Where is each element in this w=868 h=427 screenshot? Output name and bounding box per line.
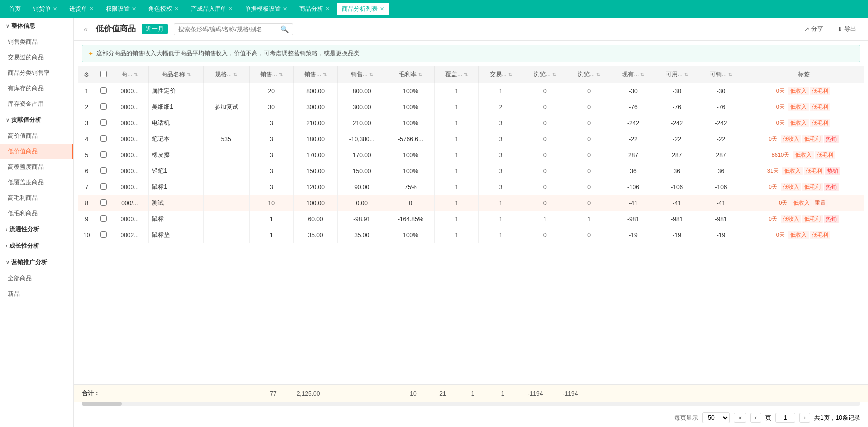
nav-sales[interactable]: 销货单 ✕ xyxy=(28,3,62,15)
page-input[interactable] xyxy=(775,413,795,423)
views1-value[interactable]: 0 xyxy=(543,88,547,95)
nav-products[interactable]: 产成品入库单 ✕ xyxy=(186,3,238,15)
sales-price-col-header[interactable]: 销售...⇅ xyxy=(293,66,337,83)
search-input[interactable] xyxy=(178,26,278,33)
row-checkbox[interactable] xyxy=(96,179,111,195)
close-icon[interactable]: ✕ xyxy=(53,6,57,12)
nav-templates[interactable]: 单据模板设置 ✕ xyxy=(240,3,292,15)
transactions-col-header[interactable]: 交易...⇅ xyxy=(479,66,523,83)
sidebar-item-stock-products[interactable]: 有库存的商品 xyxy=(0,81,73,96)
select-all-checkbox[interactable] xyxy=(100,71,107,77)
views1-value[interactable]: 0 xyxy=(543,104,547,111)
row-checkbox[interactable] xyxy=(96,99,111,115)
sidebar-group-growth[interactable]: › 成长性分析 xyxy=(0,238,73,254)
sidebar-item-low-value[interactable]: 低价值商品 xyxy=(0,144,73,159)
horizontal-scrollbar[interactable] xyxy=(82,402,860,406)
views1-value[interactable]: 0 xyxy=(543,168,547,175)
row-select-checkbox[interactable] xyxy=(100,215,107,222)
close-icon[interactable]: ✕ xyxy=(174,6,179,12)
views1-col-header[interactable]: 浏览...⇅ xyxy=(523,66,567,83)
sidebar-item-all-products[interactable]: 全部商品 xyxy=(0,271,73,286)
sales-qty-col-header[interactable]: 销售...⇅ xyxy=(249,66,293,83)
sales-amount-col-header[interactable]: 销售...⇅ xyxy=(338,66,386,83)
row-checkbox[interactable] xyxy=(96,83,111,99)
nav-roles[interactable]: 角色授权 ✕ xyxy=(143,3,184,15)
sidebar-item-stock-funds[interactable]: 库存资金占用 xyxy=(0,96,73,112)
search-icon[interactable]: 🔍 xyxy=(280,25,289,33)
views1-value[interactable]: 0 xyxy=(543,184,547,191)
views1-value[interactable]: 0 xyxy=(543,136,547,143)
row-checkbox[interactable] xyxy=(96,195,111,211)
close-icon[interactable]: ✕ xyxy=(283,6,287,12)
views1-value[interactable]: 1 xyxy=(543,216,547,223)
share-button[interactable]: ↗ 分享 xyxy=(800,23,827,35)
row-views1[interactable]: 0 xyxy=(523,195,567,211)
row-views1[interactable]: 0 xyxy=(523,163,567,179)
stock-available-col-header[interactable]: 可用...⇅ xyxy=(655,66,699,83)
sidebar-item-low-coverage[interactable]: 低覆盖度商品 xyxy=(0,175,73,190)
sidebar-item-category-sales[interactable]: 商品分类销售率 xyxy=(0,65,73,81)
code-col-header[interactable]: 商...⇅ xyxy=(111,66,149,83)
row-select-checkbox[interactable] xyxy=(100,87,107,94)
coverage-col-header[interactable]: 覆盖...⇅ xyxy=(435,66,479,83)
row-views1[interactable]: 1 xyxy=(523,211,567,227)
name-col-header[interactable]: 商品名称⇅ xyxy=(149,66,204,83)
sidebar-item-high-coverage[interactable]: 高覆盖度商品 xyxy=(0,159,73,175)
prev-page-button[interactable]: ‹ xyxy=(750,413,761,423)
sidebar-item-high-value[interactable]: 高价值商品 xyxy=(0,128,73,144)
row-checkbox[interactable] xyxy=(96,211,111,227)
nav-analysis[interactable]: 商品分析 ✕ xyxy=(294,3,335,15)
sidebar-group-contribution[interactable]: ∨ 贡献值分析 xyxy=(0,112,73,128)
row-views1[interactable]: 0 xyxy=(523,227,567,243)
nav-permissions[interactable]: 权限设置 ✕ xyxy=(101,3,141,15)
row-views1[interactable]: 0 xyxy=(523,131,567,147)
row-select-checkbox[interactable] xyxy=(100,151,107,158)
views1-value[interactable]: 0 xyxy=(543,152,547,159)
spec-col-header[interactable]: 规格...⇅ xyxy=(203,66,249,83)
close-icon[interactable]: ✕ xyxy=(89,6,94,12)
scrollbar-thumb[interactable] xyxy=(82,402,122,406)
date-filter-tag[interactable]: 近一月 xyxy=(142,24,168,34)
views2-col-header[interactable]: 浏览...⇅ xyxy=(567,66,611,83)
sidebar-group-circulation[interactable]: › 流通性分析 xyxy=(0,221,73,238)
settings-icon[interactable]: ⚙ xyxy=(84,71,89,78)
row-select-checkbox[interactable] xyxy=(100,119,107,126)
views1-value[interactable]: 0 xyxy=(543,200,547,207)
row-views1[interactable]: 0 xyxy=(523,83,567,99)
sidebar-item-traded[interactable]: 交易过的商品 xyxy=(0,50,73,65)
first-page-button[interactable]: « xyxy=(734,413,746,423)
per-page-select[interactable]: 50 100 200 xyxy=(702,412,730,423)
row-views1[interactable]: 0 xyxy=(523,99,567,115)
next-page-button[interactable]: › xyxy=(799,413,810,423)
row-select-checkbox[interactable] xyxy=(100,183,107,190)
sidebar-item-high-margin[interactable]: 高毛利商品 xyxy=(0,190,73,206)
row-checkbox[interactable] xyxy=(96,227,111,243)
row-views1[interactable]: 0 xyxy=(523,115,567,131)
stock-sell-col-header[interactable]: 可销...⇅ xyxy=(699,66,743,83)
nav-purchase[interactable]: 进货单 ✕ xyxy=(64,3,99,15)
close-icon[interactable]: ✕ xyxy=(325,6,330,12)
row-checkbox[interactable] xyxy=(96,115,111,131)
row-views1[interactable]: 0 xyxy=(523,179,567,195)
views1-value[interactable]: 0 xyxy=(543,120,547,127)
close-icon[interactable]: ✕ xyxy=(228,6,233,12)
close-icon[interactable]: ✕ xyxy=(132,6,136,12)
nav-home[interactable]: 首页 xyxy=(4,3,26,15)
collapse-button[interactable]: « xyxy=(82,23,90,35)
row-select-checkbox[interactable] xyxy=(100,167,107,174)
sidebar-item-new-products[interactable]: 新品 xyxy=(0,286,73,302)
sidebar-item-sales-products[interactable]: 销售类商品 xyxy=(0,34,73,50)
row-select-checkbox[interactable] xyxy=(100,103,107,110)
sidebar-group-overall[interactable]: ∨ 整体信息 xyxy=(0,18,73,34)
row-checkbox[interactable] xyxy=(96,131,111,147)
nav-analysis-list[interactable]: 商品分析列表 ✕ xyxy=(337,3,389,15)
export-button[interactable]: ⬇ 导出 xyxy=(833,23,860,35)
settings-col-header[interactable]: ⚙ xyxy=(78,66,96,83)
sidebar-item-low-margin[interactable]: 低毛利商品 xyxy=(0,206,73,221)
stock-current-col-header[interactable]: 现有...⇅ xyxy=(611,66,655,83)
margin-rate-col-header[interactable]: 毛利率⇅ xyxy=(386,66,435,83)
row-views1[interactable]: 0 xyxy=(523,147,567,163)
views1-value[interactable]: 0 xyxy=(543,232,547,239)
row-select-checkbox[interactable] xyxy=(100,199,107,206)
row-checkbox[interactable] xyxy=(96,163,111,179)
